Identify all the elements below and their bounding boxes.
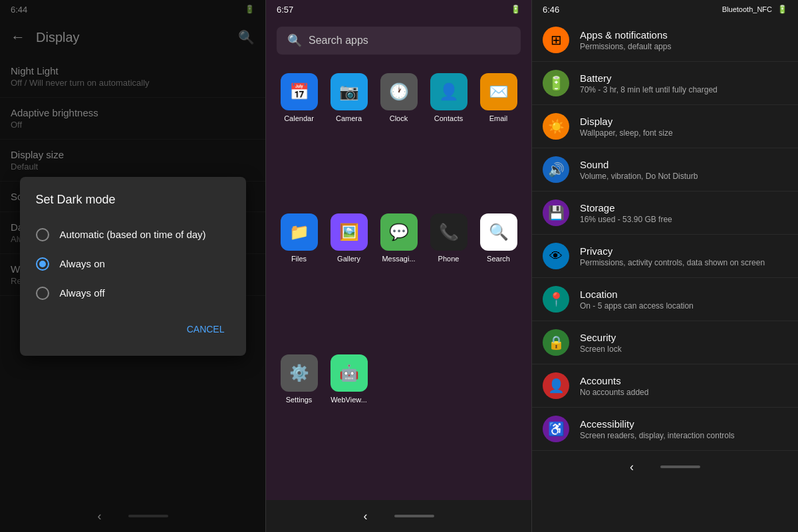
status-icons-panel3: Bluetooth_NFC 🔋 (722, 5, 787, 14)
nav-bar-panel2: ‹ (266, 500, 531, 532)
app-item-webview---[interactable]: 🤖 WebView... (327, 354, 371, 489)
menu-item-security[interactable]: 🔒 Security Screen lock (532, 321, 798, 364)
menu-sub-4: 16% used - 53.90 GB free (580, 215, 787, 224)
radio-always-on-label: Always on (60, 258, 105, 269)
bluetooth-label: Bluetooth_NFC (722, 5, 772, 13)
app-item-settings[interactable]: ⚙️ Settings (277, 354, 321, 489)
menu-text-5: Privacy Permissions, activity controls, … (580, 245, 787, 267)
app-icon-files: 📁 (281, 213, 318, 251)
radio-always-off-circle (36, 287, 49, 300)
menu-item-battery[interactable]: 🔋 Battery 70% - 3 hr, 8 min left until f… (532, 62, 798, 105)
app-label-messagi...: Messagi... (382, 255, 415, 263)
cancel-button[interactable]: CANCEL (182, 319, 230, 340)
app-label-phone: Phone (438, 255, 460, 263)
radio-option-automatic[interactable]: Automatic (based on time of day) (36, 220, 230, 249)
display-settings-panel: 6:44 🔋 ← Display 🔍 Night Light Off / Wil… (0, 0, 266, 532)
menu-icon-4: 💾 (543, 200, 569, 226)
nav-back-panel3[interactable]: ‹ (630, 460, 634, 474)
menu-icon-5: 👁 (543, 243, 569, 269)
menu-title-5: Privacy (580, 245, 787, 257)
radio-automatic-circle (36, 228, 49, 241)
settings-menu-panel: 6:46 Bluetooth_NFC 🔋 ⊞ Apps & notificati… (532, 0, 798, 532)
menu-item-privacy[interactable]: 👁 Privacy Permissions, activity controls… (532, 235, 798, 278)
battery-icon-panel2: 🔋 (511, 5, 521, 14)
dark-mode-dialog-overlay: Set Dark mode Automatic (based on time o… (0, 0, 265, 532)
app-icon-search: 🔍 (480, 213, 517, 251)
app-item-files[interactable]: 📁 Files (277, 213, 321, 348)
app-label-search: Search (487, 255, 510, 263)
app-label-contacts: Contacts (434, 114, 463, 122)
app-item-email[interactable]: ✉️ Email (476, 73, 521, 208)
menu-sub-8: No accounts added (580, 388, 787, 397)
settings-menu-list: ⊞ Apps & notifications Permissions, defa… (532, 19, 798, 451)
app-icon-gallery: 🖼️ (331, 213, 368, 251)
menu-icon-3: 🔊 (543, 156, 569, 183)
app-icon-camera: 📷 (331, 73, 368, 110)
menu-title-1: Battery (580, 72, 787, 84)
nav-pill-panel3[interactable] (660, 466, 700, 468)
app-item-messagi---[interactable]: 💬 Messagi... (376, 213, 421, 348)
app-label-calendar: Calendar (284, 114, 314, 122)
nav-pill-panel2[interactable] (394, 515, 434, 517)
app-label-webview...: WebView... (331, 396, 367, 404)
menu-icon-7: 🔒 (543, 329, 569, 356)
menu-sub-9: Screen readers, display, interaction con… (580, 431, 787, 440)
app-item-phone[interactable]: 📞 Phone (426, 213, 471, 348)
menu-item-location[interactable]: 📍 Location On - 5 apps can access locati… (532, 278, 798, 321)
dialog-title: Set Dark mode (36, 193, 230, 207)
app-icon-messagi...: 💬 (380, 213, 418, 251)
app-label-camera: Camera (336, 114, 362, 122)
app-search-bar[interactable]: 🔍 Search apps (277, 27, 521, 55)
menu-item-accessibility[interactable]: ♿ Accessibility Screen readers, display,… (532, 408, 798, 451)
app-icon-clock: 🕐 (380, 73, 418, 110)
app-item-calendar[interactable]: 📅 Calendar (277, 73, 321, 208)
status-bar-panel2: 6:57 🔋 (266, 0, 531, 19)
app-label-email: Email (489, 114, 508, 122)
menu-item-sound[interactable]: 🔊 Sound Volume, vibration, Do Not Distur… (532, 148, 798, 192)
app-label-files: Files (291, 255, 307, 263)
apps-grid: 📅 Calendar 📷 Camera 🕐 Clock 👤 Contacts ✉… (266, 63, 531, 500)
menu-text-8: Accounts No accounts added (580, 375, 787, 397)
menu-icon-9: ♿ (543, 416, 569, 442)
app-item-contacts[interactable]: 👤 Contacts (426, 73, 471, 208)
menu-item-apps---notifications[interactable]: ⊞ Apps & notifications Permissions, defa… (532, 19, 798, 62)
nav-back-panel2[interactable]: ‹ (364, 509, 368, 523)
app-item-camera[interactable]: 📷 Camera (327, 73, 371, 208)
menu-text-2: Display Wallpaper, sleep, font size (580, 116, 787, 138)
menu-text-7: Security Screen lock (580, 332, 787, 354)
app-icon-contacts: 👤 (430, 73, 467, 110)
radio-always-off-label: Always off (60, 287, 105, 299)
menu-sub-7: Screen lock (580, 344, 787, 354)
menu-text-3: Sound Volume, vibration, Do Not Disturb (580, 159, 787, 181)
menu-icon-2: ☀️ (543, 113, 569, 140)
app-drawer-panel: 6:57 🔋 🔍 Search apps 📅 Calendar 📷 Camera… (266, 0, 532, 532)
battery-icon-panel3: 🔋 (777, 5, 787, 14)
app-icon-webview...: 🤖 (331, 354, 368, 392)
menu-title-7: Security (580, 332, 787, 343)
app-item-gallery[interactable]: 🖼️ Gallery (327, 213, 371, 348)
app-icon-calendar: 📅 (281, 73, 318, 110)
menu-sub-5: Permissions, activity controls, data sho… (580, 258, 787, 267)
menu-text-9: Accessibility Screen readers, display, i… (580, 418, 787, 440)
app-item-clock[interactable]: 🕐 Clock (376, 73, 421, 208)
menu-title-2: Display (580, 116, 787, 127)
menu-title-8: Accounts (580, 375, 787, 386)
time-panel3: 6:46 (543, 5, 559, 15)
menu-item-display[interactable]: ☀️ Display Wallpaper, sleep, font size (532, 105, 798, 148)
status-bar-panel3: 6:46 Bluetooth_NFC 🔋 (532, 0, 798, 19)
menu-text-6: Location On - 5 apps can access location (580, 289, 787, 311)
dialog-actions: CANCEL (36, 319, 230, 340)
menu-title-3: Sound (580, 159, 787, 170)
radio-automatic-label: Automatic (based on time of day) (60, 229, 206, 240)
menu-item-accounts[interactable]: 👤 Accounts No accounts added (532, 364, 798, 408)
dark-mode-dialog: Set Dark mode Automatic (based on time o… (20, 177, 246, 356)
menu-sub-6: On - 5 apps can access location (580, 301, 787, 311)
menu-title-4: Storage (580, 202, 787, 213)
menu-item-storage[interactable]: 💾 Storage 16% used - 53.90 GB free (532, 192, 798, 235)
radio-option-always-off[interactable]: Always off (36, 279, 230, 308)
radio-option-always-on[interactable]: Always on (36, 249, 230, 279)
menu-title-6: Location (580, 289, 787, 300)
app-item-search[interactable]: 🔍 Search (476, 213, 521, 348)
menu-sub-3: Volume, vibration, Do Not Disturb (580, 172, 787, 181)
radio-always-on-circle (36, 257, 49, 271)
